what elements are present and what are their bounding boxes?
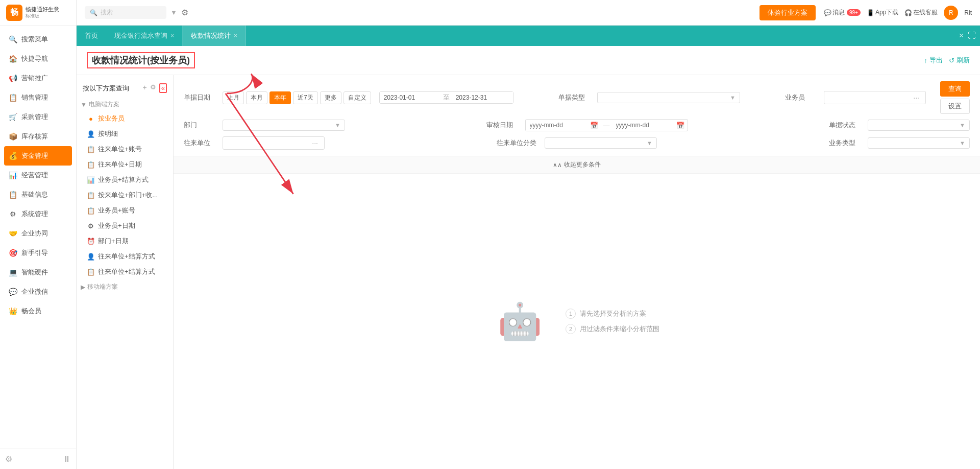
empty-area: 🤖 1 请先选择要分析的方案 2 用过滤条件来缩小分析范围	[174, 174, 980, 469]
tree-item-staff-account[interactable]: 📋 业务员+账号	[77, 203, 173, 218]
tree-item-unit-dept[interactable]: 📋 按来单位+部门+收...	[77, 187, 173, 203]
header-actions: 💬 消息 99+ 📱 App下载 🎧 在线客服 R Rit	[824, 6, 972, 20]
tree-item-unit-date[interactable]: 📋 往来单位+日期	[77, 157, 173, 172]
sidebar-item-operation[interactable]: 📊 经营管理	[0, 166, 76, 185]
empty-steps: 1 请先选择要分析的方案 2 用过滤条件来缩小分析范围	[566, 309, 659, 334]
staff-more-icon[interactable]: ···	[911, 93, 921, 102]
date-btn-this-year[interactable]: 本年	[270, 91, 291, 104]
sidebar-item-inventory[interactable]: 📦 库存核算	[0, 127, 76, 146]
group-collapse-icon: ▼	[81, 101, 87, 108]
page-title: 收款情况统计(按业务员)	[87, 52, 195, 68]
export-label: 导出	[929, 56, 943, 65]
tree-item-by-detail[interactable]: 👤 按明细	[77, 126, 173, 142]
date-to-input[interactable]	[452, 92, 513, 103]
sidebar-item-system[interactable]: ⚙ 系统管理	[0, 204, 76, 224]
unit-settle2-icon: 📋	[87, 268, 95, 276]
tree-item-label: 往来单位+结算方式	[98, 267, 155, 276]
sidebar-item-member[interactable]: 👑 畅会员	[0, 301, 76, 321]
sidebar-item-search[interactable]: 🔍 搜索菜单	[0, 30, 76, 49]
tree-item-label: 业务员+日期	[98, 221, 135, 230]
tree-item-unit-settle2[interactable]: 📋 往来单位+结算方式	[77, 264, 173, 279]
tree-item-by-staff[interactable]: ● 按业务员	[77, 111, 173, 126]
collapse-bar[interactable]: ∧∧ 收起更多条件	[174, 156, 980, 174]
tab-bank-close[interactable]: ×	[170, 32, 174, 39]
dept-date-icon: ⏰	[87, 237, 95, 245]
export-button[interactable]: ↑ 导出	[924, 56, 943, 65]
unit-account-icon: 📋	[87, 145, 95, 153]
scheme-settings-button[interactable]: ⚙	[150, 83, 156, 93]
add-scheme-button[interactable]: +	[143, 83, 147, 93]
review-to-input[interactable]	[612, 120, 673, 131]
message-area[interactable]: 💬 消息 99+	[824, 8, 861, 17]
dept-select[interactable]: ▼	[223, 120, 345, 131]
top-header: 🔍 搜索 ▼ ⚙ 体验行业方案 💬 消息 99+ 📱 App下载 🎧	[77, 0, 980, 26]
header-search[interactable]: 🔍 搜索	[85, 6, 166, 19]
date-filter-label: 单据日期	[184, 93, 214, 102]
cal-to-icon[interactable]: 📅	[673, 122, 688, 129]
filter-settings-button[interactable]: 设置	[940, 99, 970, 114]
search-icon: 🔍	[8, 35, 17, 44]
tab-expand[interactable]: ⛶	[968, 31, 976, 40]
partner-type-select[interactable]: ▼	[545, 137, 657, 149]
empty-illustration: 🤖	[494, 296, 545, 347]
tree-item-staff-settle[interactable]: 📊 业务员+结算方式	[77, 172, 173, 187]
doc-type-select[interactable]: ▼	[597, 92, 740, 103]
tab-bank[interactable]: 现金银行流水查询 ×	[106, 26, 183, 46]
settings-header-icon[interactable]: ⚙	[181, 8, 188, 17]
mobile-group-label: 移动端方案	[87, 283, 118, 291]
sidebar-nav: 🔍 搜索菜单 🏠 快捷导航 📢 营销推广 📋 销售管理 🛒 采购管理 📦 库存核…	[0, 26, 76, 449]
date-separator: 至	[441, 93, 452, 102]
tree-item-staff-date[interactable]: ⚙ 业务员+日期	[77, 218, 173, 233]
sidebar-item-marketing[interactable]: 📢 营销推广	[0, 68, 76, 88]
tab-receipt[interactable]: 收款情况统计 ×	[183, 26, 246, 46]
online-service-area[interactable]: 🎧 在线客服	[904, 8, 938, 17]
tree-item-unit-account[interactable]: 📋 往来单位+账号	[77, 142, 173, 157]
date-btn-more[interactable]: 更多	[320, 91, 341, 104]
sidebar-item-guide[interactable]: 🎯 新手引导	[0, 243, 76, 263]
sidebar-item-wechat[interactable]: 💬 企业微信	[0, 282, 76, 301]
collapse-panel-button[interactable]: «	[159, 83, 167, 93]
app-download-area[interactable]: 📱 App下载	[867, 8, 898, 17]
review-from-input[interactable]	[526, 120, 587, 131]
empty-step-2: 2 用过滤条件来缩小分析范围	[566, 324, 659, 334]
tab-close-all[interactable]: ×	[959, 31, 964, 40]
sidebar-item-hardware[interactable]: 💻 智能硬件	[0, 263, 76, 282]
sidebar-item-basic[interactable]: 📋 基础信息	[0, 185, 76, 204]
collapse-bottom-icon[interactable]: ⏸	[63, 455, 71, 464]
sidebar-item-label: 企业协同	[21, 229, 48, 238]
date-btn-7days[interactable]: 近7天	[293, 91, 318, 104]
tree-item-label: 部门+日期	[98, 237, 129, 246]
doc-status-select[interactable]: ▼	[868, 120, 970, 131]
date-from-input[interactable]	[380, 92, 441, 103]
dropdown-arrow-icon[interactable]: ▼	[170, 9, 177, 16]
settings-bottom-icon[interactable]: ⚙	[5, 454, 12, 464]
sidebar-item-label: 搜索菜单	[21, 35, 48, 44]
tab-home[interactable]: 首页	[77, 26, 106, 46]
refresh-button[interactable]: ↺ 刷新	[949, 56, 970, 65]
cal-from-icon[interactable]: 📅	[587, 122, 601, 129]
sidebar-item-capital[interactable]: 💰 资金管理	[4, 146, 72, 166]
tab-receipt-close[interactable]: ×	[234, 32, 237, 39]
sidebar-item-enterprise[interactable]: 🤝 企业协同	[0, 224, 76, 243]
business-type-select[interactable]: ▼	[868, 137, 970, 149]
sidebar-item-purchase[interactable]: 🛒 采购管理	[0, 107, 76, 127]
sidebar-item-sales[interactable]: 📋 销售管理	[0, 88, 76, 107]
date-btn-last-month[interactable]: 上月	[223, 91, 244, 104]
query-button[interactable]: 查询	[940, 81, 970, 97]
tree-item-label: 业务员+账号	[98, 206, 135, 215]
partner-more-icon[interactable]: ···	[310, 139, 320, 147]
tree-item-unit-settle1[interactable]: 👤 往来单位+结算方式	[77, 249, 173, 264]
staff-select[interactable]: ···	[824, 91, 926, 104]
date-btn-this-month[interactable]: 本月	[246, 91, 267, 104]
tree-item-dept-date[interactable]: ⏰ 部门+日期	[77, 233, 173, 249]
partner-select[interactable]: ···	[223, 136, 325, 150]
sidebar-item-label: 畅会员	[21, 307, 41, 316]
tree-group-mobile[interactable]: ▶ 移动端方案	[77, 279, 173, 293]
operation-icon: 📊	[8, 171, 17, 180]
date-btn-custom[interactable]: 自定义	[344, 91, 371, 104]
user-avatar[interactable]: R	[944, 6, 958, 20]
trial-button[interactable]: 体验行业方案	[760, 5, 816, 20]
dept-label: 部门	[184, 121, 214, 130]
tree-group-desktop[interactable]: ▼ 电脑端方案	[77, 97, 173, 111]
sidebar-item-quicknav[interactable]: 🏠 快捷导航	[0, 49, 76, 68]
